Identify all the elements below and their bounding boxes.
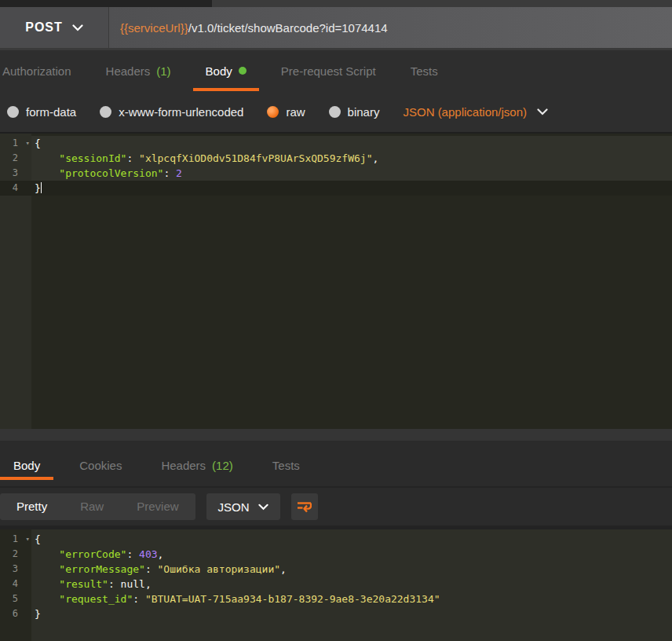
radio-circle-icon: [100, 106, 111, 118]
tab-label: Headers: [106, 64, 151, 78]
code-line: 5 "request_id": "BTUAT=UAT-715aa934-b187…: [0, 592, 672, 606]
view-button-raw[interactable]: Raw: [64, 493, 120, 520]
url-path: /v1.0/ticket/showBarcode?id=1074414: [188, 21, 388, 35]
radio-label: form-data: [26, 105, 76, 119]
response-tab-cookies[interactable]: Cookies: [66, 444, 135, 486]
line-number-text: 3: [13, 563, 18, 574]
code-line-text: }: [31, 181, 672, 196]
code-line-text: "errorCode": 403,: [31, 547, 672, 562]
line-number-text: 1: [13, 137, 18, 148]
fold-caret-icon[interactable]: ▾: [26, 532, 30, 547]
code-line-text: "sessionId": "xlpcqfXiOD0dv51D84fvP8UArS…: [31, 151, 672, 166]
tab-count-badge: (12): [212, 459, 233, 472]
code-line: 2 "sessionId": "xlpcqfXiOD0dv51D84fvP8UA…: [0, 151, 672, 166]
code-line-text: "errorMessage": "Ошибка авторизации",: [31, 562, 672, 577]
line-number: 6: [0, 606, 31, 621]
radio-circle-icon: [7, 106, 19, 118]
content-type-label: JSON (application/json): [403, 105, 527, 119]
response-tab-headers[interactable]: Headers(12): [148, 444, 246, 486]
code-line-text: "result": null,: [31, 577, 672, 592]
radio-label: x-www-form-urlencoded: [119, 105, 243, 119]
format-label: JSON: [218, 500, 250, 514]
code-line-text: }: [31, 606, 672, 621]
body-type-row: form-datax-www-form-urlencodedrawbinary …: [0, 91, 672, 134]
request-body-editor[interactable]: 1▾{2 "sessionId": "xlpcqfXiOD0dv51D84fvP…: [0, 134, 672, 429]
request-tab-body[interactable]: Body: [193, 50, 259, 91]
wrap-lines-button[interactable]: [291, 493, 318, 520]
response-tab-tests[interactable]: Tests: [259, 444, 313, 486]
response-toolbar: PrettyRawPreview JSON: [0, 488, 672, 526]
response-tabs: BodyCookiesHeaders(12)Tests: [0, 441, 672, 486]
body-type-radio-form-data[interactable]: form-data: [7, 105, 76, 119]
text-cursor: [41, 182, 42, 193]
response-format-selector[interactable]: JSON: [206, 493, 280, 520]
radio-circle-icon: [329, 106, 341, 118]
top-strip-light-segment: [212, 0, 672, 7]
code-line: 2 "errorCode": 403,: [0, 547, 672, 562]
response-tab-body[interactable]: Body: [0, 444, 53, 486]
request-tab-authorization[interactable]: Authorization: [0, 50, 84, 91]
request-tabs: AuthorizationHeaders(1)BodyPre-request S…: [0, 48, 672, 91]
window-top-strip: [0, 0, 672, 7]
line-number-text: 2: [13, 152, 18, 163]
radio-label: raw: [286, 105, 305, 119]
body-type-radio-binary[interactable]: binary: [329, 105, 380, 119]
tab-label: Tests: [272, 459, 300, 472]
body-type-radio-raw[interactable]: raw: [267, 105, 305, 119]
url-input[interactable]: {{serviceUrl}}/v1.0/ticket/showBarcode?i…: [109, 7, 672, 48]
body-type-radio-x-www-form-urlencoded[interactable]: x-www-form-urlencoded: [100, 105, 243, 119]
green-dot-icon: [239, 67, 247, 75]
tab-label: Body: [13, 459, 40, 472]
code-line: 1▾{: [0, 136, 672, 151]
code-line-text: "protocolVersion": 2: [31, 166, 672, 181]
code-line: 3 "protocolVersion": 2: [0, 166, 672, 181]
view-button-pretty[interactable]: Pretty: [0, 493, 64, 520]
request-tab-pre-request-script[interactable]: Pre-request Script: [268, 50, 389, 91]
line-number: 1▾: [0, 136, 31, 151]
line-number-text: 2: [13, 548, 18, 559]
code-line: 1▾{: [0, 532, 672, 547]
tab-label: Authorization: [2, 64, 71, 78]
view-button-preview[interactable]: Preview: [120, 493, 195, 520]
code-line: 3 "errorMessage": "Ошибка авторизации",: [0, 562, 672, 577]
method-selector[interactable]: POST: [0, 7, 109, 48]
tab-label: Cookies: [79, 459, 122, 472]
postman-window: POST {{serviceUrl}}/v1.0/ticket/showBarc…: [0, 0, 672, 641]
code-line-text: {: [31, 136, 672, 151]
line-number: 2: [0, 547, 31, 562]
response-view-group: PrettyRawPreview: [0, 493, 195, 520]
line-number: 4: [0, 577, 31, 592]
line-number: 5: [0, 592, 31, 606]
line-number-text: 5: [13, 593, 18, 604]
request-tab-tests[interactable]: Tests: [398, 50, 451, 91]
content-type-selector[interactable]: JSON (application/json): [403, 105, 548, 119]
line-number-text: 4: [13, 578, 18, 589]
line-number: 3: [0, 166, 31, 181]
fold-caret-icon[interactable]: ▾: [26, 136, 30, 151]
code-line: 4 "result": null,: [0, 577, 672, 592]
code-line-text: {: [31, 532, 672, 547]
line-number: 2: [0, 151, 31, 166]
line-number: 4: [0, 181, 31, 196]
line-number: 1▾: [0, 532, 31, 547]
top-strip-dark-segment: [0, 0, 212, 7]
tab-count-badge: (1): [156, 64, 170, 78]
code-line: 4}: [0, 181, 672, 196]
line-number-text: 1: [13, 533, 18, 544]
method-label: POST: [25, 20, 63, 35]
line-number-text: 6: [13, 608, 18, 619]
tab-label: Headers: [161, 459, 206, 472]
wrap-lines-icon: [297, 501, 312, 513]
tab-label: Pre-request Script: [281, 64, 376, 78]
pane-splitter[interactable]: [0, 429, 672, 441]
radio-circle-icon: [267, 106, 279, 118]
radio-label: binary: [348, 105, 380, 119]
tab-label: Body: [206, 64, 232, 78]
body-type-options: form-datax-www-form-urlencodedrawbinary: [7, 105, 379, 119]
code-line-text: "request_id": "BTUAT=UAT-715aa934-b187-8…: [31, 592, 672, 606]
chevron-down-icon: [258, 504, 268, 511]
request-url-bar: POST {{serviceUrl}}/v1.0/ticket/showBarc…: [0, 7, 672, 48]
response-body-viewer[interactable]: 1▾{2 "errorCode": 403,3 "errorMessage": …: [0, 529, 672, 641]
request-tab-headers[interactable]: Headers(1): [93, 50, 184, 91]
line-number-text: 3: [13, 167, 18, 178]
